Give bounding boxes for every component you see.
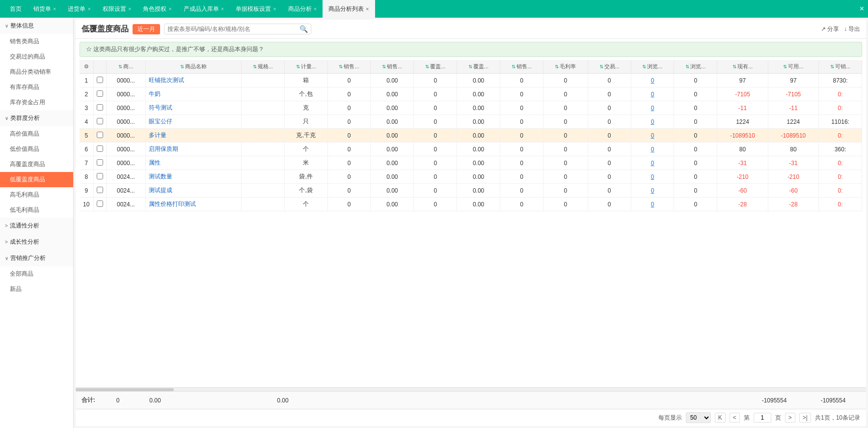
row-browse1[interactable]: 0	[631, 143, 674, 156]
col-gross-rate[interactable]: ⇅毛利率	[543, 60, 588, 74]
row-checkbox[interactable]	[97, 145, 103, 152]
export-button[interactable]: ↓ 导出	[844, 25, 860, 33]
search-input[interactable]	[167, 26, 299, 32]
close-icon[interactable]: ×	[53, 6, 56, 12]
row-checkbox-cell[interactable]	[93, 143, 106, 156]
row-browse1[interactable]: 0	[631, 101, 674, 115]
close-icon[interactable]: ×	[87, 6, 90, 12]
row-checkbox[interactable]	[97, 187, 103, 193]
sidebar-item-sales-goods[interactable]: 销售类商品	[0, 34, 73, 49]
close-icon[interactable]: ×	[221, 6, 224, 12]
sidebar-section-liquidity[interactable]: > 流通性分析	[0, 218, 73, 234]
row-checkbox-cell[interactable]	[93, 156, 106, 170]
row-checkbox-cell[interactable]	[93, 87, 106, 101]
col-browse1[interactable]: ⇅浏览...	[631, 60, 674, 74]
row-checkbox-cell[interactable]	[93, 74, 106, 87]
close-icon[interactable]: ×	[128, 6, 131, 12]
nav-tab-sales[interactable]: 销货单 ×	[27, 0, 62, 18]
col-spec[interactable]: ⇅规格...	[241, 60, 284, 74]
row-checkbox[interactable]	[97, 200, 103, 207]
col-cover1[interactable]: ⇅覆盖...	[414, 60, 457, 74]
nav-tab-product-entry[interactable]: 产成品入库单 ×	[178, 0, 230, 18]
row-checkbox[interactable]	[97, 104, 103, 111]
sidebar-item-low-coverage[interactable]: 低覆盖度商品	[0, 172, 73, 187]
row-browse1[interactable]: 0	[631, 184, 674, 198]
page-size-select[interactable]: 50 20 100	[686, 412, 711, 423]
row-browse1[interactable]: 0	[631, 170, 674, 184]
close-icon[interactable]: ×	[273, 6, 276, 12]
nav-tab-purchase[interactable]: 进货单 ×	[62, 0, 96, 18]
col-cover2[interactable]: ⇅覆盖...	[457, 60, 500, 74]
col-trade[interactable]: ⇅交易...	[588, 60, 631, 74]
sidebar-section-growth[interactable]: > 成长性分析	[0, 234, 73, 250]
sidebar-item-high-value[interactable]: 高价值商品	[0, 126, 73, 142]
nav-tab-template[interactable]: 单据模板设置 ×	[230, 0, 282, 18]
row-name[interactable]: 符号测试	[146, 101, 242, 115]
date-filter-button[interactable]: 近一月	[133, 24, 160, 34]
row-checkbox-cell[interactable]	[93, 101, 106, 115]
row-checkbox-cell[interactable]	[93, 115, 106, 129]
row-checkbox-cell[interactable]	[93, 198, 106, 211]
row-checkbox[interactable]	[97, 159, 103, 166]
close-all-button[interactable]: ×	[860, 4, 864, 13]
row-browse1[interactable]: 0	[631, 115, 674, 129]
row-checkbox[interactable]	[97, 132, 103, 138]
nav-tab-analysis-list[interactable]: 商品分析列表 ×	[323, 0, 375, 18]
close-icon[interactable]: ×	[168, 6, 171, 12]
row-name[interactable]: 属性	[146, 156, 242, 170]
sidebar-item-new-goods[interactable]: 新品	[0, 282, 73, 297]
col-browse2[interactable]: ⇅浏览...	[674, 60, 717, 74]
col-sales-qty[interactable]: ⇅销售...	[327, 60, 371, 74]
row-name[interactable]: 牛奶	[146, 87, 242, 101]
row-browse1[interactable]: 0	[631, 129, 674, 143]
sidebar-item-low-value[interactable]: 低价值商品	[0, 142, 73, 157]
close-icon[interactable]: ×	[366, 6, 369, 12]
first-page-button[interactable]: K	[715, 413, 726, 423]
horizontal-scrollbar[interactable]	[76, 387, 866, 391]
col-unit[interactable]: ⇅计量...	[284, 60, 327, 74]
row-checkbox[interactable]	[97, 118, 103, 124]
sidebar-collapse-button[interactable]: «	[73, 28, 74, 47]
sidebar-section-cluster[interactable]: ∨ 类群度分析	[0, 110, 73, 126]
row-name[interactable]: 测试数量	[146, 170, 242, 184]
sidebar-item-category-rate[interactable]: 商品分类动销率	[0, 64, 73, 80]
col-current[interactable]: ⇅现有...	[717, 60, 768, 74]
nav-tab-home[interactable]: 首页	[4, 0, 27, 18]
col-available[interactable]: ⇅可用...	[768, 60, 818, 74]
row-name[interactable]: 旺铺批次测试	[146, 74, 242, 87]
row-browse1[interactable]: 0	[631, 198, 674, 211]
row-name[interactable]: 眼宝公仔	[146, 115, 242, 129]
col-name[interactable]: ⇅商品名称	[146, 60, 242, 74]
page-number-input[interactable]	[754, 413, 771, 423]
row-checkbox-cell[interactable]	[93, 129, 106, 143]
row-name[interactable]: 属性价格打印测试	[146, 198, 242, 211]
row-checkbox[interactable]	[97, 77, 103, 83]
sidebar-item-stocked-goods[interactable]: 有库存商品	[0, 80, 73, 95]
row-checkbox-cell[interactable]	[93, 184, 106, 198]
sidebar-item-stock-capital[interactable]: 库存资金占用	[0, 95, 73, 110]
row-browse1[interactable]: 0	[631, 87, 674, 101]
col-sales2[interactable]: ⇅销售...	[500, 60, 543, 74]
col-code[interactable]: ⇅商...	[106, 60, 146, 74]
sidebar-item-high-margin[interactable]: 高毛利商品	[0, 187, 73, 202]
sidebar-section-overall[interactable]: ∨ 整体信息	[0, 18, 73, 34]
nav-tab-roles[interactable]: 角色授权 ×	[137, 0, 177, 18]
share-button[interactable]: ↗ 分享	[821, 25, 839, 33]
sidebar-item-all-goods[interactable]: 全部商品	[0, 266, 73, 282]
row-name[interactable]: 启用保质期	[146, 143, 242, 156]
sidebar-item-high-coverage[interactable]: 高覆盖度商品	[0, 157, 73, 172]
col-sales-amt[interactable]: ⇅销售...	[371, 60, 414, 74]
sidebar-item-low-margin[interactable]: 低毛利商品	[0, 202, 73, 218]
row-name[interactable]: 测试提成	[146, 184, 242, 198]
row-checkbox-cell[interactable]	[93, 170, 106, 184]
close-icon[interactable]: ×	[314, 6, 317, 12]
sidebar-section-marketing[interactable]: ∨ 营销推广分析	[0, 250, 73, 266]
scrollbar-thumb[interactable]	[76, 388, 174, 391]
row-name[interactable]: 多计量	[146, 129, 242, 143]
row-browse1[interactable]: 0	[631, 156, 674, 170]
last-page-button[interactable]: >|	[799, 413, 811, 423]
sidebar-item-traded-goods[interactable]: 交易过的商品	[0, 49, 73, 64]
col-settings[interactable]: ⚙	[80, 60, 93, 74]
next-page-button[interactable]: >	[785, 413, 795, 423]
row-checkbox[interactable]	[97, 173, 103, 179]
